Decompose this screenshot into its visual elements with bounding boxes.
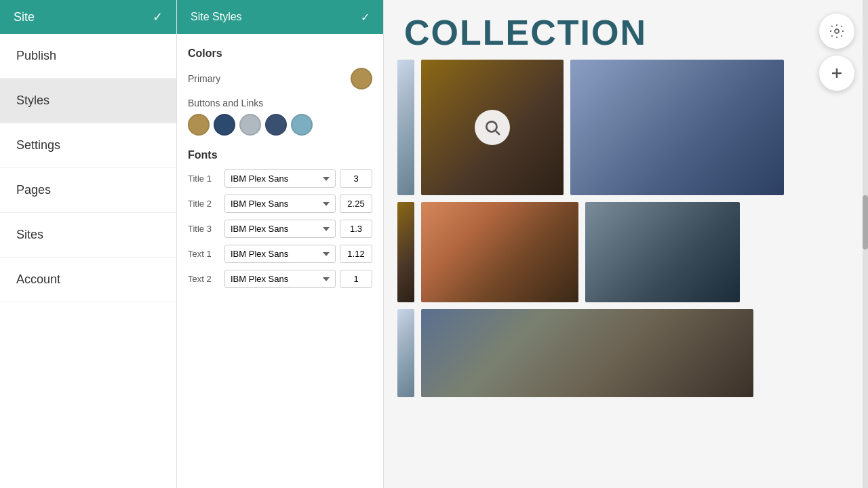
primary-label: Primary (188, 73, 220, 84)
photo-row-3 (397, 309, 854, 397)
primary-color-row: Primary (188, 68, 372, 89)
sidebar-title: Site (14, 10, 35, 24)
sidebar-item-publish[interactable]: Publish (0, 34, 176, 79)
font-label-title1: Title 1 (188, 174, 220, 184)
font-row-title1: Title 1 IBM Plex Sans (188, 169, 372, 188)
add-button[interactable] (819, 56, 854, 91)
font-size-text1[interactable] (340, 245, 372, 263)
colors-section: Colors Primary Buttons and Links (188, 47, 372, 136)
font-select-text1[interactable]: IBM Plex Sans (224, 245, 336, 263)
svg-point-2 (835, 29, 839, 33)
swatch-light-gray[interactable] (239, 114, 261, 136)
font-select-title2[interactable]: IBM Plex Sans (224, 195, 336, 213)
font-select-title3[interactable]: IBM Plex Sans (224, 220, 336, 238)
primary-color-picker[interactable] (351, 68, 372, 89)
font-row-text2: Text 2 IBM Plex Sans (188, 270, 372, 288)
gear-button[interactable] (819, 14, 854, 49)
photo-partial-left[interactable] (397, 60, 414, 195)
swatch-tan[interactable] (188, 114, 210, 136)
swatch-medium-blue[interactable] (265, 114, 287, 136)
floating-buttons (819, 14, 854, 91)
font-size-title3[interactable] (340, 220, 372, 238)
sidebar-item-styles[interactable]: Styles (0, 79, 176, 123)
photo-street[interactable] (585, 202, 740, 302)
svg-line-1 (496, 131, 500, 135)
sidebar-nav: Publish Styles Settings Pages Sites Acco… (0, 34, 176, 488)
photo-girl-water[interactable] (421, 202, 578, 302)
sidebar-item-account[interactable]: Account (0, 258, 176, 302)
scrollbar-track (863, 0, 868, 488)
color-swatches (188, 114, 372, 136)
font-label-text2: Text 2 (188, 274, 220, 284)
search-overlay-suit[interactable] (475, 110, 510, 145)
sidebar-item-pages[interactable]: Pages (0, 168, 176, 213)
font-row-title3: Title 3 IBM Plex Sans (188, 220, 372, 238)
sidebar-header: Site ✓ (0, 0, 176, 34)
photo-suit[interactable] (421, 60, 564, 195)
sidebar-check-icon[interactable]: ✓ (153, 9, 163, 24)
photo-row-2 (397, 202, 854, 302)
font-label-text1: Text 1 (188, 249, 220, 259)
font-select-title1[interactable]: IBM Plex Sans (224, 169, 336, 188)
sidebar-item-settings[interactable]: Settings (0, 123, 176, 168)
sidebar: Site ✓ Publish Styles Settings Pages Sit… (0, 0, 177, 488)
font-row-title2: Title 2 IBM Plex Sans (188, 195, 372, 213)
collection-header: COLLECTION (384, 0, 868, 60)
scrollbar-thumb[interactable] (863, 195, 868, 249)
photo-girls[interactable] (570, 60, 784, 195)
font-size-title2[interactable] (340, 195, 372, 213)
font-label-title2: Title 2 (188, 199, 220, 209)
swatch-dark-blue[interactable] (214, 114, 235, 136)
photo-athlete[interactable] (421, 309, 753, 397)
photo-snow[interactable] (397, 309, 414, 397)
panel-title: Site Styles (191, 11, 242, 23)
fonts-section-title: Fonts (188, 149, 372, 161)
swatch-light-blue[interactable] (291, 114, 313, 136)
panel-check-icon[interactable]: ✓ (361, 11, 370, 24)
sidebar-item-sites[interactable]: Sites (0, 213, 176, 258)
main-content: COLLECTION (384, 0, 868, 488)
font-label-title3: Title 3 (188, 224, 220, 234)
buttons-links-label: Buttons and Links (188, 98, 372, 108)
photo-partial-left-2[interactable] (397, 202, 414, 302)
svg-point-0 (486, 121, 496, 131)
font-select-text2[interactable]: IBM Plex Sans (224, 270, 336, 288)
font-row-text1: Text 1 IBM Plex Sans (188, 245, 372, 263)
panel-header: Site Styles ✓ (177, 0, 383, 34)
styles-panel: Site Styles ✓ Colors Primary Buttons and… (177, 0, 384, 488)
colors-section-title: Colors (188, 47, 372, 60)
fonts-section: Fonts Title 1 IBM Plex Sans Title 2 IBM … (188, 149, 372, 288)
photo-grid (384, 60, 868, 397)
collection-title: COLLECTION (404, 12, 848, 53)
photo-row-1 (397, 60, 854, 195)
panel-content: Colors Primary Buttons and Links Fonts T… (177, 34, 383, 308)
font-size-title1[interactable] (340, 169, 372, 188)
font-size-text2[interactable] (340, 270, 372, 288)
